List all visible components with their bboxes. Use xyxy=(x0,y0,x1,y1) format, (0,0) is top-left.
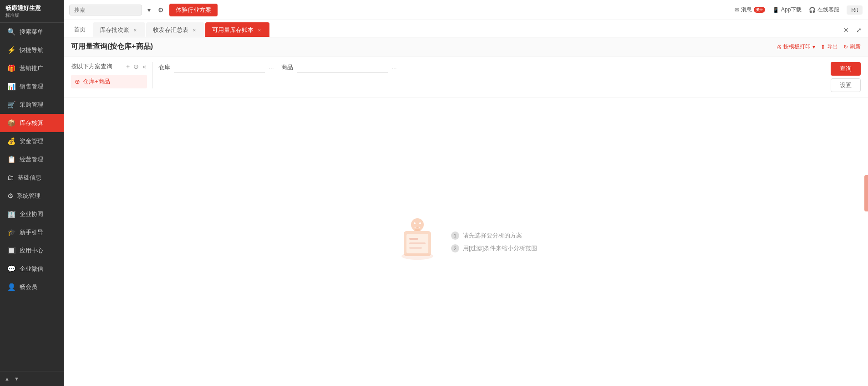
topbar-right: ✉ 消息 99+ 📱 App下载 🎧 在线客服 Rit xyxy=(735,5,863,15)
tab-close-window-btn[interactable]: ✕ xyxy=(841,25,852,35)
sidebar-item-basic[interactable]: 🗂 基础信息 xyxy=(0,169,64,187)
folder-icon: 🗂 xyxy=(7,174,14,181)
tab-receive-summary[interactable]: 收发存汇总表 × xyxy=(146,22,204,37)
scheme-item-warehouse-goods[interactable]: ⊕ 仓库+商品 xyxy=(71,75,147,88)
sidebar-item-purchase[interactable]: 🛒 采购管理 xyxy=(0,96,64,114)
message-badge: 99+ xyxy=(754,7,765,13)
sidebar-item-search[interactable]: 🔍 搜索菜单 xyxy=(0,23,64,41)
print-button[interactable]: 🖨 按模板打印 ▾ xyxy=(776,43,815,51)
sidebar-edition: 标准版 xyxy=(5,12,58,19)
sidebar-item-label: 企业微信 xyxy=(20,265,43,273)
sidebar-footer: ▲ ▼ xyxy=(0,371,64,386)
filter-field-warehouse: 仓库 … xyxy=(158,62,274,73)
sidebar-item-label: 搜索菜单 xyxy=(20,28,43,36)
sidebar-item-finance[interactable]: 💰 资金管理 xyxy=(0,132,64,150)
svg-rect-4 xyxy=(409,242,426,244)
sidebar-item-label: 资金管理 xyxy=(20,137,43,145)
empty-illustration xyxy=(395,213,440,272)
warehouse-more-btn[interactable]: … xyxy=(269,64,274,71)
topbar-search-input[interactable] xyxy=(69,5,142,15)
refresh-icon: ↻ xyxy=(843,44,848,50)
sidebar-item-wechat[interactable]: 💬 企业微信 xyxy=(0,260,64,278)
sidebar-item-sales[interactable]: 📊 销售管理 xyxy=(0,77,64,96)
sidebar-item-inventory[interactable]: 📦 库存核算 xyxy=(0,114,64,132)
topbar-service[interactable]: 🎧 在线客服 xyxy=(809,6,839,14)
sidebar-item-operation[interactable]: 📋 经营管理 xyxy=(0,150,64,169)
filter-field-goods: 商品 … xyxy=(281,62,397,73)
export-button[interactable]: ⬆ 导出 xyxy=(821,43,838,51)
empty-hints: 1 请先选择要分析的方案 2 用[过滤]条件来缩小分析范围 xyxy=(451,232,537,252)
filter-actions: 查询 设置 xyxy=(823,62,861,92)
page-header: 可用量查询(按仓库+商品) 🖨 按模板打印 ▾ ⬆ 导出 ↻ 刷新 xyxy=(64,37,868,57)
app-download-label: App下载 xyxy=(781,6,802,14)
tab-batch-account[interactable]: 库存批次账 × xyxy=(93,22,145,37)
goods-input[interactable] xyxy=(297,62,388,73)
refresh-button[interactable]: ↻ 刷新 xyxy=(843,43,861,51)
cart-icon: 🛒 xyxy=(7,101,16,109)
tab-home[interactable]: 首页 xyxy=(67,22,92,37)
tab-resize-btn[interactable]: ⤢ xyxy=(853,25,864,35)
sidebar-item-label: 基础信息 xyxy=(18,174,41,182)
goods-more-btn[interactable]: … xyxy=(391,64,397,71)
tabs-bar: 首页 库存批次账 × 收发存汇总表 × 可用量库存账本 × ✕ ⤢ xyxy=(64,20,868,37)
tab-available-ledger[interactable]: 可用量库存账本 × xyxy=(205,22,269,37)
settings-button[interactable]: 设置 xyxy=(831,78,861,92)
tab-close-available-ledger[interactable]: × xyxy=(256,27,263,33)
sidebar-item-system[interactable]: ⚙ 系统管理 xyxy=(0,187,64,205)
clipboard-icon: 📋 xyxy=(7,155,16,164)
topbar-user[interactable]: Rit xyxy=(847,5,863,15)
scheme-collapse-btn[interactable]: « xyxy=(142,62,147,71)
member-icon: 👤 xyxy=(7,283,16,291)
tab-close-receive-summary[interactable]: × xyxy=(191,27,198,33)
page-title: 可用量查询(按仓库+商品) xyxy=(71,42,153,51)
topbar: ▾ ⚙ 体验行业方案 ✉ 消息 99+ 📱 App下载 🎧 在线客服 Rit xyxy=(64,0,868,20)
topbar-dropdown-btn[interactable]: ▾ xyxy=(146,5,152,15)
service-label: 在线客服 xyxy=(817,6,839,14)
right-scroll-hint[interactable] xyxy=(864,175,868,211)
sidebar-scroll: 🔍 搜索菜单 ⚡ 快捷导航 🎁 营销推广 📊 销售管理 🛒 采购管理 📦 库存核… xyxy=(0,23,64,371)
sidebar-item-label: 销售管理 xyxy=(20,82,43,91)
gift-icon: 🎁 xyxy=(7,64,16,72)
hint-number-2: 2 xyxy=(451,244,459,252)
empty-hint-1: 1 请先选择要分析的方案 xyxy=(451,232,537,240)
search-icon: 🔍 xyxy=(7,28,16,36)
scheme-add-btn[interactable]: + xyxy=(125,62,131,71)
tabs-right-actions: ✕ ⤢ xyxy=(841,25,864,37)
apps-icon: 🔲 xyxy=(7,247,16,255)
scheme-settings-btn[interactable]: ⊙ xyxy=(132,62,140,71)
box-icon: 📦 xyxy=(7,119,16,127)
gear-icon: ⚙ xyxy=(7,192,13,200)
phone-icon: 📱 xyxy=(772,7,779,13)
svg-point-7 xyxy=(414,222,416,224)
sidebar-item-marketing[interactable]: 🎁 营销推广 xyxy=(0,59,64,77)
sidebar-item-label: 畅会员 xyxy=(20,283,37,291)
query-button[interactable]: 查询 xyxy=(831,62,861,76)
sidebar-item-apps[interactable]: 🔲 应用中心 xyxy=(0,242,64,260)
sidebar-item-label: 新手引导 xyxy=(20,228,43,237)
print-dropdown-icon: ▾ xyxy=(812,44,815,50)
warehouse-input[interactable] xyxy=(174,62,265,73)
scroll-down-icon[interactable]: ▼ xyxy=(14,376,19,381)
scroll-up-icon[interactable]: ▲ xyxy=(5,376,10,381)
svg-rect-3 xyxy=(409,238,418,240)
building-icon: 🏢 xyxy=(7,210,16,218)
graduate-icon: 🎓 xyxy=(7,228,16,237)
sidebar-item-shortcut[interactable]: ⚡ 快捷导航 xyxy=(0,41,64,59)
filter-fields: 仓库 … 商品 … xyxy=(158,62,818,73)
sidebar-item-member[interactable]: 👤 畅会员 xyxy=(0,278,64,296)
filter-area: 按以下方案查询 + ⊙ « ⊕ 仓库+商品 仓库 … xyxy=(64,57,868,98)
sidebar-item-label: 经营管理 xyxy=(20,155,43,164)
topbar-app-download[interactable]: 📱 App下载 xyxy=(772,6,802,14)
scheme-actions: + ⊙ « xyxy=(125,62,147,71)
sidebar-item-enterprise[interactable]: 🏢 企业协同 xyxy=(0,205,64,223)
sidebar-item-label: 库存核算 xyxy=(20,119,43,127)
sidebar-item-label: 企业协同 xyxy=(20,210,43,218)
topbar-industry-button[interactable]: 体验行业方案 xyxy=(169,4,218,16)
tab-close-batch-account[interactable]: × xyxy=(132,27,138,33)
goods-label: 商品 xyxy=(281,63,293,72)
sidebar-item-newbie[interactable]: 🎓 新手引导 xyxy=(0,223,64,242)
topbar-gear-btn[interactable]: ⚙ xyxy=(156,5,166,15)
sidebar-item-label: 快捷导航 xyxy=(20,46,43,54)
topbar-message[interactable]: ✉ 消息 99+ xyxy=(735,6,765,14)
filter-scheme-panel: 按以下方案查询 + ⊙ « ⊕ 仓库+商品 xyxy=(71,62,153,88)
